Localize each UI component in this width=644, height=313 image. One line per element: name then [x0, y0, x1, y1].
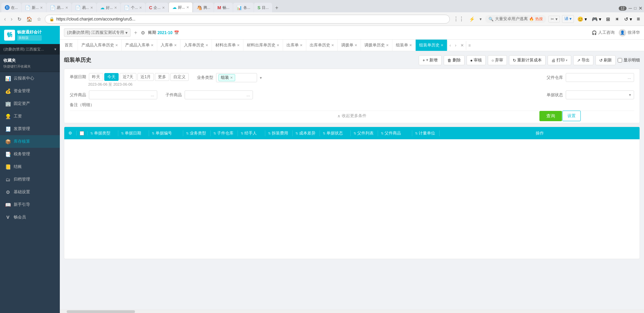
window-maximize[interactable]: □ [634, 6, 636, 11]
business-type-dropdown-arrow[interactable]: ▾ [260, 75, 262, 80]
tab-nav-left[interactable]: ‹ [447, 41, 453, 50]
parent-goods-input[interactable]: ... [89, 90, 157, 99]
abandon-button[interactable]: ○ 弃审 [488, 55, 507, 65]
print-button[interactable]: 🖨 打印 ▾ [548, 55, 571, 65]
nav-grid[interactable]: ⊞ [605, 16, 612, 23]
col-bill-type[interactable]: ⇅ 单据类型 [88, 130, 118, 136]
col-parent-list[interactable]: ⇅ 父件列表 [351, 130, 378, 136]
horizontal-scrollbar[interactable] [60, 310, 644, 313]
prod-in-history-close[interactable]: ✕ [115, 43, 118, 47]
delete-button[interactable]: 🗑 删除 [444, 55, 465, 65]
date-btn-yesterday[interactable]: 昨天 [89, 73, 103, 81]
sidebar-item-checkout[interactable]: 📒 结账 [0, 160, 60, 173]
nav-apps-btn[interactable]: ⋮⋮ [452, 14, 466, 24]
tab-assemble-history[interactable]: 组装单历史 ✕ [416, 40, 447, 51]
window-minimize[interactable]: ─ [629, 5, 632, 11]
tab-material-out[interactable]: 材料出库单 ✕ [212, 40, 243, 51]
browser-tab-7[interactable]: C 企... ✕ [146, 3, 168, 12]
browser-tab-8[interactable]: 🐴 腾... [193, 3, 214, 12]
favorites-shortcut[interactable]: 快捷键打开收藏夹 [3, 64, 56, 69]
outbound-history-close[interactable]: ✕ [331, 43, 334, 47]
browser-tab-1[interactable]: 彩 在... [1, 3, 21, 12]
sidebar-item-archive[interactable]: 🗂 归档管理 [0, 173, 60, 186]
col-unit[interactable]: ⇅ 计量单位 [412, 130, 440, 136]
browser-tab-10[interactable]: 📊 各... [233, 3, 254, 12]
col-bill-status[interactable]: ⇅ 单据状态 [320, 130, 351, 136]
company-selector[interactable]: (勿删勿禁用) 江西服宝... ▾ [0, 44, 60, 55]
customer-service[interactable]: 🎧 人工咨询 [592, 30, 615, 35]
date-btn-today[interactable]: 今天 [104, 73, 119, 81]
nav-lightning[interactable]: ⚡ [468, 15, 476, 23]
new-tab-btn[interactable]: + [272, 3, 281, 12]
select-all-checkbox[interactable] [80, 131, 84, 136]
sidebar-item-invoice[interactable]: 🧾 发票管理 [0, 123, 60, 135]
col-parent-goods[interactable]: ⇅ 父件商品 [378, 130, 412, 136]
search-area[interactable]: 🔍 大量安卓用户逃离 🔥 热搜 [485, 15, 546, 23]
nav-refresh[interactable]: ↻ [16, 15, 23, 23]
audit-button[interactable]: ● 审核 [467, 55, 486, 65]
assemble-close[interactable]: ✕ [409, 43, 412, 47]
user-avatar[interactable]: 👤 徐泽华 [619, 29, 640, 37]
filter-settings-button[interactable]: 设置 [562, 111, 581, 121]
add-company-btn[interactable]: + [133, 30, 138, 36]
col-handler[interactable]: ⇅ 经手人 [238, 130, 265, 136]
header-gear-icon[interactable]: ⚙ [141, 30, 145, 35]
date-btn-custom[interactable]: 自定义 [170, 73, 189, 81]
browser-tab-4[interactable]: 📄 易... ✕ [72, 3, 96, 12]
tab-assemble[interactable]: 组装单 ✕ [392, 40, 416, 51]
sub-goods-more[interactable]: ... [246, 93, 250, 97]
inbound-close[interactable]: ✕ [174, 43, 177, 47]
material-out-history-close[interactable]: ✕ [277, 43, 279, 47]
nav-back[interactable]: ‹ [3, 15, 7, 24]
assemble-history-close[interactable]: ✕ [441, 43, 443, 47]
tab-outbound[interactable]: 出库单 ✕ [283, 40, 306, 51]
sidebar-item-finance[interactable]: 💰 资金管理 [0, 85, 60, 97]
tab-inbound[interactable]: 入库单 ✕ [157, 40, 180, 51]
tab-6-close[interactable]: ✕ [139, 6, 142, 10]
col-disassemble-cost[interactable]: ⇅ 拆装费用 [265, 130, 293, 136]
tab-home[interactable]: 首页 [60, 40, 78, 51]
nav-dropdown[interactable]: ▾ [478, 15, 483, 23]
col-sub-warehouse[interactable]: ⇅ 子件仓库 [211, 130, 238, 136]
prod-in-close[interactable]: ✕ [151, 43, 153, 47]
nav-history[interactable]: ↺ ▾ [623, 16, 633, 23]
col-cost-diff[interactable]: ⇅ 成本差异 [293, 130, 320, 136]
tab-production-in-history[interactable]: 产成品入库单历史 ✕ [78, 40, 122, 51]
nav-home[interactable]: 🏠 [25, 15, 33, 23]
recalculate-button[interactable]: ↻ 重新计算成本 [509, 55, 546, 65]
sidebar-item-guide[interactable]: 📖 新手引导 [0, 198, 60, 211]
date-btn-more[interactable]: 更多 [155, 73, 169, 81]
nav-forward[interactable]: › [9, 15, 14, 24]
sidebar-item-member[interactable]: V 畅会员 [0, 211, 60, 224]
browser-tab-9[interactable]: M 畅... [214, 3, 233, 12]
nav-bookmark[interactable]: ☆ [36, 15, 43, 23]
tab-nav-right[interactable]: › [453, 41, 458, 50]
tab-3-close[interactable]: ✕ [65, 6, 68, 10]
show-detail-checkbox[interactable]: 显示明细 [618, 57, 640, 63]
browser-tab-3[interactable]: 📄 易... ✕ [46, 3, 71, 12]
nav-translate[interactable]: 译 ▾ [562, 15, 574, 23]
table-settings-col[interactable]: ⚙ [64, 131, 77, 136]
nav-menu[interactable]: ≡ [635, 15, 641, 23]
sidebar-item-tax[interactable]: 📑 税务管理 [0, 148, 60, 160]
company-display[interactable]: (勿删勿禁用) 江西服宝测试专用 ▾ [64, 28, 131, 37]
nav-sun[interactable]: ☀ [614, 16, 621, 23]
tab-transfer[interactable]: 调拨单 ✕ [338, 40, 361, 51]
tab-close-current[interactable]: ✕ [458, 41, 466, 50]
tab-outbound-history[interactable]: 出库单历史 ✕ [306, 40, 338, 51]
tab-5-close[interactable]: ✕ [114, 6, 117, 10]
tab-transfer-history[interactable]: 调拨单历史 ✕ [361, 40, 392, 51]
collapse-btn[interactable]: ∧ 收起更多条件 [337, 113, 366, 119]
address-bar[interactable]: 🔒 https://cloud.chanjet.com/accounting/u… [45, 15, 450, 24]
col-bill-date[interactable]: ⇅ 单据日期 [118, 130, 149, 136]
nav-tools[interactable]: ✂ ▾ [548, 16, 560, 23]
table-checkbox-col[interactable] [77, 131, 88, 136]
tab-production-in[interactable]: 产成品入库单 ✕ [122, 40, 157, 51]
sidebar-item-reports[interactable]: 📊 云报表中心 [0, 72, 60, 85]
add-button[interactable]: + + 新增 [419, 55, 441, 65]
transfer-close[interactable]: ✕ [354, 43, 357, 47]
col-biz-type[interactable]: ⇅ 业务类型 [183, 130, 211, 136]
refresh-button[interactable]: ↺ 刷新 [595, 55, 616, 65]
browser-tab-active[interactable]: ☁ 好... ✕ [169, 2, 193, 12]
bill-status-select[interactable]: ▾ [566, 90, 634, 99]
